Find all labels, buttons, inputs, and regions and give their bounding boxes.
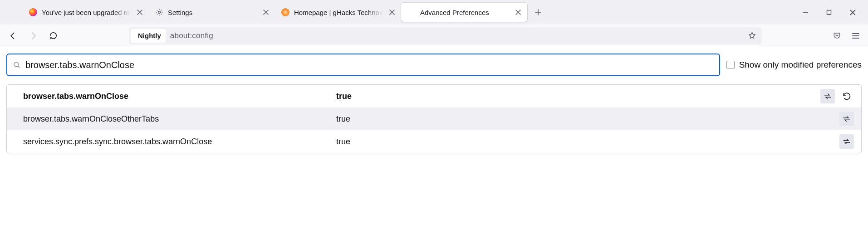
tab-title: Homepage | gHacks Technology News bbox=[294, 9, 383, 16]
url-bar[interactable]: Nightly about:config bbox=[129, 27, 762, 44]
tab-title: You've just been upgraded to Firefox bbox=[42, 9, 131, 16]
reset-button[interactable] bbox=[839, 89, 854, 103]
pref-search-box[interactable] bbox=[6, 54, 720, 76]
identity-label: Nightly bbox=[138, 32, 161, 39]
tab-settings[interactable]: Settings bbox=[149, 3, 275, 22]
save-to-pocket-icon[interactable] bbox=[830, 29, 843, 43]
about-config-page: Show only modified preferences browser.t… bbox=[0, 47, 868, 160]
pref-value: true bbox=[336, 137, 839, 147]
tab-ghacks[interactable]: Homepage | gHacks Technology News bbox=[275, 3, 401, 22]
app-menu-icon[interactable] bbox=[849, 29, 863, 43]
identity-box[interactable]: Nightly bbox=[131, 29, 166, 43]
pref-search-input[interactable] bbox=[25, 60, 714, 70]
toggle-button[interactable] bbox=[839, 112, 854, 126]
pref-row[interactable]: browser.tabs.warnOnClose true bbox=[7, 85, 861, 108]
new-tab-button[interactable] bbox=[530, 4, 546, 20]
reload-button[interactable] bbox=[45, 28, 61, 44]
svg-rect-1 bbox=[827, 10, 831, 15]
close-icon[interactable] bbox=[135, 8, 144, 17]
nav-toolbar: Nightly about:config bbox=[0, 24, 868, 47]
tab-advanced-preferences[interactable]: Advanced Preferences bbox=[401, 3, 527, 22]
checkbox-icon[interactable] bbox=[726, 61, 735, 69]
maximize-button[interactable] bbox=[817, 3, 841, 21]
show-only-modified-toggle[interactable]: Show only modified preferences bbox=[726, 60, 862, 70]
svg-point-0 bbox=[158, 11, 161, 14]
url-text: about:config bbox=[168, 31, 745, 40]
tab-upgraded[interactable]: You've just been upgraded to Firefox bbox=[23, 3, 149, 22]
pref-row[interactable]: services.sync.prefs.sync.browser.tabs.wa… bbox=[7, 130, 861, 153]
toggle-button[interactable] bbox=[820, 89, 835, 103]
back-button[interactable] bbox=[5, 28, 21, 44]
firefox-icon bbox=[29, 8, 37, 16]
pref-name: services.sync.prefs.sync.browser.tabs.wa… bbox=[23, 137, 336, 147]
gear-icon bbox=[155, 8, 163, 16]
pref-name: browser.tabs.warnOnClose bbox=[23, 92, 336, 101]
window-close-button[interactable] bbox=[841, 3, 864, 21]
blank-icon bbox=[407, 8, 416, 16]
tab-bar: You've just been upgraded to Firefox Set… bbox=[0, 0, 868, 24]
pref-value: true bbox=[336, 92, 820, 101]
pref-row[interactable]: browser.tabs.warnOnCloseOtherTabs true bbox=[7, 108, 861, 130]
tab-title: Advanced Preferences bbox=[420, 9, 509, 16]
minimize-button[interactable] bbox=[794, 3, 817, 21]
close-icon[interactable] bbox=[387, 8, 397, 17]
close-icon[interactable] bbox=[261, 8, 270, 17]
tab-title: Settings bbox=[168, 9, 257, 16]
toggle-button[interactable] bbox=[839, 134, 854, 149]
pref-table: browser.tabs.warnOnClose true browser.ta… bbox=[6, 84, 862, 153]
close-icon[interactable] bbox=[514, 8, 523, 17]
show-only-modified-label: Show only modified preferences bbox=[739, 60, 862, 70]
forward-button[interactable] bbox=[25, 28, 41, 44]
ghacks-icon bbox=[281, 8, 289, 16]
window-controls bbox=[794, 3, 864, 21]
bookmark-star-icon[interactable] bbox=[745, 29, 758, 42]
pref-value: true bbox=[336, 114, 839, 124]
pref-name: browser.tabs.warnOnCloseOtherTabs bbox=[23, 114, 336, 124]
search-icon bbox=[13, 61, 21, 69]
